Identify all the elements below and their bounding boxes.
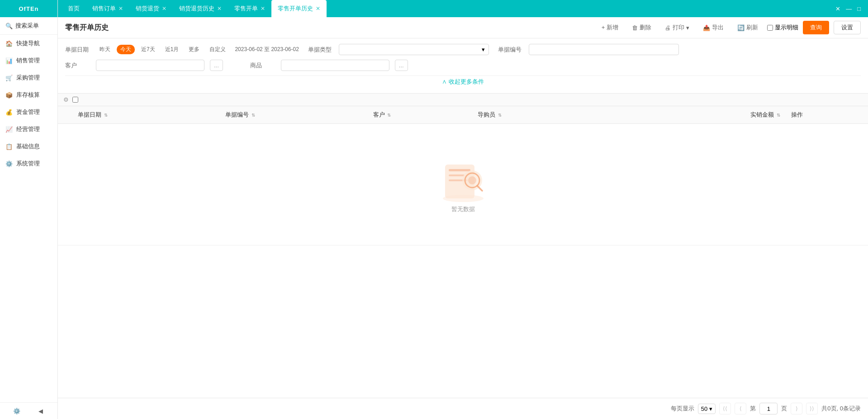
tab-retail-open-history[interactable]: 零售开单历史 ✕	[271, 0, 327, 17]
nav-maximize-btn[interactable]: □	[857, 5, 861, 12]
sidebar-item-quick-nav[interactable]: 🏠 快捷导航	[0, 35, 57, 52]
total-label: 共0页, 0条记录	[821, 405, 861, 413]
sidebar-bottom: ⚙️ ◀	[0, 402, 57, 419]
date-options: 昨天 今天 近7天 近1月 更多 自定义	[96, 45, 229, 54]
content-area: ⚙ 单据日期 ⇅ 单据编号 ⇅ 客户 ⇅	[58, 94, 868, 398]
refresh-button[interactable]: 🔄 刷新	[733, 21, 763, 34]
svg-point-8	[468, 176, 476, 184]
page-size-select[interactable]: 50 ▾	[698, 404, 716, 414]
tab-home[interactable]: 首页	[62, 0, 86, 17]
sidebar: OfTEn 🔍 搜索采单 🏠 快捷导航 📊 销售管理 🛒 采购管理 📦 库存核算…	[0, 0, 58, 419]
gear-icon[interactable]: ⚙️	[13, 407, 20, 414]
toolbar: 零售开单历史 + 新增 🗑 删除 🖨 打印 ▾ 📤 导出 🔄 刷新	[58, 17, 868, 38]
export-icon: 📤	[703, 24, 710, 31]
sidebar-item-purchase[interactable]: 🛒 采购管理	[0, 69, 57, 86]
filter-area: 单据日期 昨天 今天 近7天 近1月 更多 自定义 2023-06-02 至 2…	[58, 38, 868, 94]
date-opt-yesterday[interactable]: 昨天	[96, 45, 114, 54]
system-icon: ⚙️	[5, 160, 13, 167]
empty-illustration	[436, 155, 490, 205]
last-page-btn[interactable]: ⟩⟩	[806, 403, 818, 414]
basic-icon: 📋	[5, 143, 13, 150]
product-filter: 商品 ...	[250, 60, 408, 71]
nav-right: ✕ — □	[835, 5, 864, 12]
sort-date-icon[interactable]: ⇅	[104, 113, 108, 118]
doc-number-filter: 单据编号	[498, 44, 679, 55]
sidebar-item-finance[interactable]: 💰 资金管理	[0, 104, 57, 121]
search-icon: 🔍	[5, 22, 13, 29]
nav-minimize-btn[interactable]: —	[846, 5, 852, 12]
page-size-dropdown-icon: ▾	[709, 405, 712, 412]
finance-icon: 💰	[5, 108, 13, 116]
date-filter: 单据日期 昨天 今天 近7天 近1月 更多 自定义 2023-06-02 至 2…	[65, 45, 299, 54]
data-table: 单据日期 ⇅ 单据编号 ⇅ 客户 ⇅ 导购员 ⇅	[58, 106, 868, 245]
close-tab-retail-open-history[interactable]: ✕	[316, 5, 320, 12]
sidebar-item-operations[interactable]: 📈 经营管理	[0, 121, 57, 138]
tab-retail-open[interactable]: 零售开单 ✕	[228, 0, 271, 17]
product-ellipsis-btn[interactable]: ...	[395, 60, 408, 71]
close-tab-sales-return[interactable]: ✕	[162, 5, 166, 12]
th-date[interactable]: 单据日期 ⇅	[72, 106, 220, 124]
main-content: 首页 销售订单 ✕ 销货退货 ✕ 销货退货历史 ✕ 零售开单 ✕ 零售开单历史 …	[58, 0, 868, 419]
th-number[interactable]: 单据编号 ⇅	[220, 106, 367, 124]
close-tab-sales-return-history[interactable]: ✕	[217, 5, 222, 12]
sort-number-icon[interactable]: ⇅	[251, 113, 255, 118]
th-guide[interactable]: 导购员 ⇅	[472, 106, 598, 124]
print-button[interactable]: 🖨 打印 ▾	[660, 21, 694, 34]
th-spacer	[598, 106, 638, 124]
date-range-text: 2023-06-02 至 2023-06-02	[235, 46, 299, 53]
date-opt-today[interactable]: 今天	[117, 45, 135, 54]
operations-icon: 📈	[5, 126, 13, 133]
sidebar-item-system[interactable]: ⚙️ 系统管理	[0, 155, 57, 172]
close-tab-sales-order[interactable]: ✕	[119, 5, 123, 12]
table-header-tools: ⚙	[58, 94, 868, 106]
print-dropdown-icon: ▾	[686, 24, 689, 31]
per-page-label: 每页显示	[671, 405, 694, 413]
delete-button[interactable]: 🗑 删除	[627, 21, 656, 34]
display-detail-toggle[interactable]: 显示明细	[767, 24, 798, 32]
add-button[interactable]: + 新增	[597, 21, 623, 34]
first-page-btn[interactable]: ⟨⟨	[719, 403, 731, 414]
export-button[interactable]: 📤 导出	[698, 21, 728, 34]
inventory-icon: 📦	[5, 91, 13, 99]
column-settings-icon[interactable]: ⚙	[63, 96, 69, 103]
close-tab-retail-open[interactable]: ✕	[261, 5, 265, 12]
product-input[interactable]	[281, 60, 389, 71]
th-customer[interactable]: 客户 ⇅	[368, 106, 473, 124]
doc-number-input[interactable]	[529, 44, 679, 55]
customer-input[interactable]	[96, 60, 204, 71]
sidebar-item-basic[interactable]: 📋 基础信息	[0, 138, 57, 155]
tab-sales-return[interactable]: 销货退货 ✕	[129, 0, 173, 17]
collapse-icon[interactable]: ◀	[37, 407, 44, 414]
nav-close-btn[interactable]: ✕	[835, 5, 840, 12]
page-input[interactable]	[759, 403, 778, 414]
date-opt-custom[interactable]: 自定义	[206, 45, 229, 54]
sort-customer-icon[interactable]: ⇅	[387, 113, 391, 118]
display-detail-checkbox[interactable]	[767, 25, 773, 31]
sidebar-item-sales[interactable]: 📊 销售管理	[0, 52, 57, 69]
query-button[interactable]: 查询	[803, 21, 829, 34]
tab-sales-return-history[interactable]: 销货退货历史 ✕	[173, 0, 228, 17]
doc-type-select[interactable]: ▾	[339, 44, 489, 55]
th-amount[interactable]: 实销金额 ⇅	[638, 106, 786, 124]
tab-sales-order[interactable]: 销售订单 ✕	[86, 0, 129, 17]
customer-ellipsis-btn[interactable]: ...	[210, 60, 223, 71]
page-prefix: 第	[750, 405, 756, 413]
filter-row-2: 客户 ... 商品 ...	[65, 60, 861, 71]
sort-amount-icon[interactable]: ⇅	[777, 113, 780, 118]
collapse-filter-btn[interactable]: ∧ 收起更多条件	[65, 75, 861, 88]
prev-page-btn[interactable]: ⟨	[735, 403, 746, 414]
sidebar-item-inventory[interactable]: 📦 库存核算	[0, 86, 57, 104]
sort-guide-icon[interactable]: ⇅	[498, 113, 502, 118]
date-opt-week[interactable]: 近7天	[138, 45, 159, 54]
pagination: 每页显示 50 ▾ ⟨⟨ ⟨ 第 页 ⟩ ⟩⟩ 共0页, 0条记录	[58, 398, 868, 419]
logo: OfTEn	[0, 0, 57, 17]
sidebar-search[interactable]: 🔍 搜索采单	[0, 17, 57, 35]
print-icon: 🖨	[665, 24, 671, 31]
settings-button[interactable]: 设置	[834, 21, 861, 34]
select-all-checkbox[interactable]	[72, 97, 78, 103]
home-icon: 🏠	[5, 40, 13, 47]
next-page-btn[interactable]: ⟩	[791, 403, 802, 414]
date-opt-month[interactable]: 近1月	[161, 45, 183, 54]
date-opt-more[interactable]: 更多	[185, 45, 203, 54]
th-checkbox	[58, 106, 72, 124]
